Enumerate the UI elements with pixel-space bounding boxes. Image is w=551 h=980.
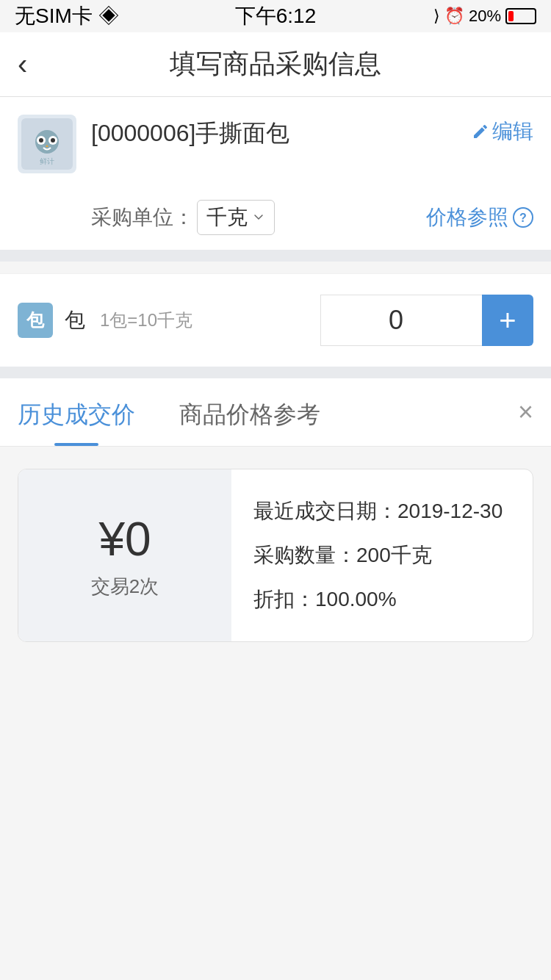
price-info-date: 最近成交日期：2019-12-30 (253, 496, 511, 527)
back-button[interactable]: ‹ (18, 48, 27, 81)
card-section: ¥0 交易2次 最近成交日期：2019-12-30 采购数量：200千克 折扣：… (0, 447, 551, 887)
edit-button[interactable]: 编辑 (472, 118, 533, 145)
quantity-unit-label: 包 (65, 306, 85, 334)
alarm-icon: ⏰ (444, 7, 464, 26)
tabs-section: 历史成交价 商品价格参考 × (0, 378, 551, 447)
section-divider-2 (0, 367, 551, 378)
page-title: 填写商品采购信息 (170, 46, 381, 82)
tab-product-price-ref[interactable]: 商品价格参考 (179, 378, 320, 446)
battery-percent: 20% (469, 7, 501, 26)
product-left: 鲜计 [0000006]手撕面包 (18, 115, 289, 173)
price-ref-link[interactable]: 价格参照 ? (426, 203, 533, 231)
svg-point-4 (39, 138, 43, 143)
status-bar: 无SIM卡 ◈ 下午6:12 ⟩ ⏰ 20% (0, 0, 551, 32)
quantity-unit-badge: 包 (18, 303, 53, 338)
quantity-input-group: + (320, 295, 533, 346)
tabs-header: 历史成交价 商品价格参考 × (0, 378, 551, 446)
price-amount: ¥0 (98, 512, 151, 566)
product-thumbnail: 鲜计 (18, 115, 76, 173)
carrier-text: 无SIM卡 ◈ (15, 2, 119, 30)
quantity-label-group: 包 包 1包=10千克 (18, 303, 192, 338)
quantity-conversion: 1包=10千克 (100, 309, 192, 332)
price-transactions: 交易2次 (91, 574, 159, 599)
section-divider (0, 250, 551, 262)
unit-select[interactable]: 千克 (197, 200, 275, 235)
product-name: [0000006]手撕面包 (91, 118, 289, 150)
unit-selector-group: 采购单位： 千克 (91, 200, 275, 235)
svg-text:?: ? (519, 212, 527, 224)
price-info-discount: 折扣：100.00% (253, 584, 511, 615)
battery-icon (505, 8, 536, 24)
svg-point-5 (51, 138, 55, 143)
price-card: ¥0 交易2次 最近成交日期：2019-12-30 采购数量：200千克 折扣：… (18, 469, 533, 642)
status-right-group: ⟩ ⏰ 20% (433, 7, 536, 26)
tab-history-price[interactable]: 历史成交价 (18, 378, 135, 446)
product-unit-row: 采购单位： 千克 价格参照 ? (91, 188, 533, 250)
price-info-quantity: 采购数量：200千克 (253, 540, 511, 571)
product-image: 鲜计 (21, 118, 73, 170)
product-header: 鲜计 [0000006]手撕面包 编辑 (18, 115, 533, 173)
time-text: 下午6:12 (235, 2, 317, 30)
price-card-right: 最近成交日期：2019-12-30 采购数量：200千克 折扣：100.00% (231, 469, 533, 641)
svg-text:鲜计: 鲜计 (40, 157, 54, 165)
close-button[interactable]: × (518, 399, 533, 425)
quantity-plus-button[interactable]: + (482, 295, 533, 346)
location-icon: ⟩ (433, 7, 440, 26)
nav-bar: ‹ 填写商品采购信息 (0, 32, 551, 97)
price-card-left: ¥0 交易2次 (18, 469, 231, 641)
edit-icon (472, 123, 489, 140)
dropdown-arrow-icon (252, 211, 265, 224)
quantity-section: 包 包 1包=10千克 + (0, 273, 551, 367)
tab-underline (54, 443, 98, 446)
quantity-input[interactable] (320, 295, 482, 346)
product-section: 鲜计 [0000006]手撕面包 编辑 采购单位： 千克 价格参照 (0, 97, 551, 250)
tabs-list: 历史成交价 商品价格参考 (18, 378, 320, 446)
help-icon: ? (513, 207, 533, 228)
